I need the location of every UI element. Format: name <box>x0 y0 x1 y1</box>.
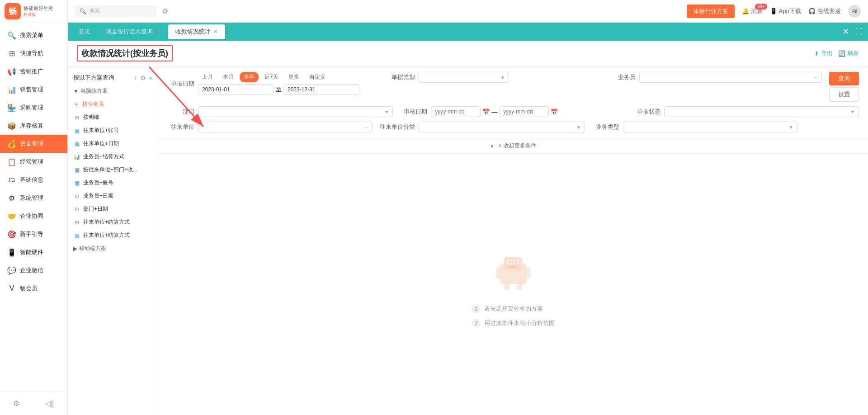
biz-type-select[interactable]: ▼ <box>623 122 797 132</box>
tree-group-mobile[interactable]: ▶ 移动端方案 <box>68 242 158 255</box>
date-tab-this-month[interactable]: 本月 <box>219 72 238 82</box>
tab-bank[interactable]: 现金银行流水查询 ✕ <box>99 24 167 39</box>
doc-status-select[interactable]: ▼ <box>664 106 859 117</box>
page-header: 收款情况统计(按业务员) ⬆ 导出 🔄 刷新 <box>68 41 868 66</box>
tree-item-detail[interactable]: ⊞ 按明细 <box>68 111 158 124</box>
collapse-filter-btn[interactable]: ∧ ∧ 收起更多条件 <box>490 142 536 150</box>
date-tab-this-year[interactable]: 本年 <box>240 72 259 82</box>
sidebar-item-wechat[interactable]: 💬 企业微信 <box>0 261 67 279</box>
date-tab-7days[interactable]: 近7天 <box>260 72 283 82</box>
date-tab-last-month[interactable]: 上月 <box>198 72 217 82</box>
doc-type-select[interactable]: ▼ <box>419 72 509 83</box>
page-actions: ⬆ 导出 🔄 刷新 <box>814 49 859 57</box>
panel-add-btn[interactable]: + <box>134 74 137 81</box>
topbar: 🔍 搜索 ⚙ 体验行业方案 🔔 消息 99+ 📱 App下载 🎧 在线客服 Ri… <box>68 0 868 23</box>
service-icon: 🎧 <box>808 8 816 14</box>
sidebar-item-sales[interactable]: 📊 销售管理 <box>0 80 67 99</box>
tree-group-desktop[interactable]: ▼ 电脑端方案 <box>68 85 158 98</box>
date-from-input[interactable] <box>198 84 274 95</box>
tree-item-by-salesperson[interactable]: ● 按业务员 <box>68 98 158 111</box>
clock-icon: ⊙ <box>73 206 80 213</box>
sidebar-item-finance[interactable]: 💰 资金管理 <box>0 135 67 153</box>
sidebar-item-system[interactable]: ⚙ 系统管理 <box>0 189 67 207</box>
sidebar-item-hardware[interactable]: 📱 智能硬件 <box>0 243 67 261</box>
ellipsis-icon: ··· <box>813 74 818 80</box>
search-icon: 🔍 <box>7 31 16 40</box>
tree-item-partner-account[interactable]: ▦ 往来单位+账号 <box>68 124 158 137</box>
panel-header: 按以下方案查询 + ⚙ « <box>68 71 158 85</box>
content-area: 按以下方案查询 + ⚙ « ▼ 电脑端方案 ● 按业务员 <box>68 66 868 415</box>
trial-btn[interactable]: 体验行业方案 <box>687 5 735 18</box>
mobile-icon: 📱 <box>7 248 16 257</box>
date-to-input[interactable] <box>283 84 359 95</box>
search-btn[interactable]: 查询 <box>829 72 859 85</box>
sidebar-item-marketing[interactable]: 📢 营销推广 <box>0 62 67 80</box>
megaphone-icon: 📢 <box>7 67 16 76</box>
chevron-up-icon: ∧ <box>490 143 494 149</box>
tab-home[interactable]: 首页 <box>71 24 98 39</box>
tab-collection[interactable]: 收款情况统计 ✕ <box>168 24 225 39</box>
tabbar-close-btn[interactable]: ✕ <box>839 27 853 37</box>
svg-rect-10 <box>517 282 522 290</box>
sidebar-item-vip[interactable]: V 畅会员 <box>0 279 67 297</box>
tree-item-salesperson-account[interactable]: ▦ 业务员+账号 <box>68 176 158 189</box>
chevron-down-icon: ▼ <box>789 125 793 130</box>
topbar-settings-icon[interactable]: ⚙ <box>162 7 168 15</box>
refresh-btn[interactable]: 🔄 刷新 <box>838 49 859 57</box>
app-download-btn[interactable]: 📱 App下载 <box>770 7 801 15</box>
sidebar-item-search[interactable]: 🔍 搜索菜单 <box>0 26 67 44</box>
money-icon: 💰 <box>7 139 16 148</box>
sidebar-item-purchase[interactable]: 🏪 采购管理 <box>0 99 67 117</box>
export-btn[interactable]: ⬆ 导出 <box>814 49 833 57</box>
step-num-2: 2 <box>472 319 481 328</box>
tab-collection-close[interactable]: ✕ <box>213 28 218 35</box>
panel-settings-btn[interactable]: ⚙ <box>140 74 146 81</box>
biz-type-label: 业务类型 <box>592 123 619 131</box>
logo-area: 畅 畅捷通好生意 标准版 <box>0 0 67 23</box>
svg-rect-9 <box>504 282 509 290</box>
panel-collapse-btn[interactable]: « <box>149 74 152 81</box>
chart-icon: 📊 <box>7 85 16 94</box>
sidebar-collapse-btn[interactable]: ◁‖ <box>42 396 57 410</box>
tree-item-partner-date[interactable]: ▦ 往来单位+日期 <box>68 137 158 150</box>
box-icon: 📦 <box>7 121 16 130</box>
chevron-down-icon: ▼ <box>500 75 505 80</box>
notification-btn[interactable]: 🔔 消息 99+ <box>742 7 763 15</box>
salesperson-select[interactable]: ··· <box>639 72 822 83</box>
tab-bank-close[interactable]: ✕ <box>156 28 160 35</box>
bell-icon: 🔔 <box>742 8 749 14</box>
sidebar-item-operation[interactable]: 📋 经营管理 <box>0 153 67 171</box>
sidebar-item-guide[interactable]: 🎯 新手引导 <box>0 225 67 243</box>
date-tab-more[interactable]: 更多 <box>284 72 303 82</box>
empty-step-2: 2 用过滤条件来缩小分析范围 <box>472 319 555 328</box>
tree-item-salesperson-date[interactable]: ⊙ 业务员+日期 <box>68 189 158 203</box>
partner-select[interactable]: ··· <box>198 122 373 132</box>
review-to-input[interactable] <box>499 106 549 117</box>
setting-btn[interactable]: 设置 <box>829 87 859 102</box>
download-icon: 📱 <box>770 8 777 14</box>
dept-select[interactable]: ▼ <box>198 106 393 117</box>
sidebar-item-basic[interactable]: 🗂 基础信息 <box>0 171 67 189</box>
tree-item-dept-date[interactable]: ⊙ 部门+日期 <box>68 203 158 216</box>
svg-rect-6 <box>509 266 518 268</box>
partner-label: 往来单位 <box>167 123 194 131</box>
partner-category-label: 往来单位分类 <box>380 123 415 131</box>
bar-icon: 📊 <box>73 153 80 160</box>
partner-category-select[interactable]: ▼ <box>419 122 585 132</box>
user-profile-btn[interactable]: Rit <box>848 5 861 18</box>
empty-step-1: 1 请先选择要分析的方案 <box>472 304 555 313</box>
tabbar-expand-btn[interactable]: ⛶ <box>854 28 864 36</box>
review-from-input[interactable] <box>431 106 481 117</box>
sidebar-item-inventory[interactable]: 📦 库存核算 <box>0 117 67 135</box>
tree-item-partner-payment2[interactable]: ▦ 往来单位+结算方式 <box>68 229 158 242</box>
sidebar-settings-btn[interactable]: ⚙ <box>10 396 22 410</box>
tree-item-salesperson-payment[interactable]: 📊 业务员+结算方式 <box>68 150 158 163</box>
sidebar-item-enterprise[interactable]: 🤝 企业协同 <box>0 207 67 225</box>
online-service-btn[interactable]: 🎧 在线客服 <box>808 7 841 15</box>
tree-item-partner-payment1[interactable]: ⊞ 往来单位+结算方式 <box>68 216 158 229</box>
sidebar-item-shortcut[interactable]: ⊞ 快捷导航 <box>0 44 67 62</box>
date-tab-custom[interactable]: 自定义 <box>305 72 330 82</box>
tree-item-partner-dept[interactable]: ▦ 按往来单位+部门+收... <box>68 163 158 176</box>
table-icon: ▦ <box>73 127 80 134</box>
topbar-search[interactable]: 🔍 搜索 <box>75 5 156 17</box>
